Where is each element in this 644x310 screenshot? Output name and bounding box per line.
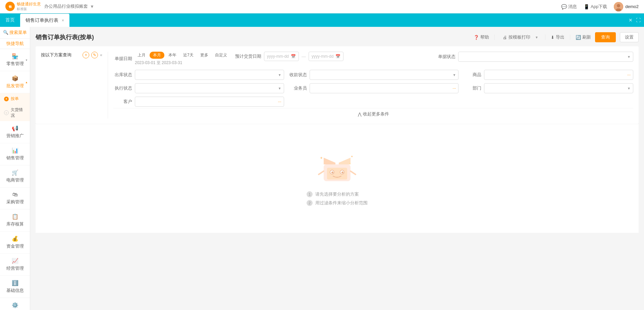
date-btn-custom[interactable]: 自定义: [212, 52, 230, 59]
empty-tip-1: 1 请先选择要分析的方案: [307, 191, 368, 197]
svg-text:✦: ✦: [349, 162, 351, 165]
help-label: 帮助: [480, 34, 489, 40]
sidebar: 🔍 搜索菜单 快捷导航 🏪 零售管理 📦 批发管理 ● 按单 ○ 欠货情况 📢: [0, 27, 30, 310]
sidebar-item-retail[interactable]: 🏪 零售管理: [0, 49, 30, 71]
doc-status-label: 单据状态: [437, 54, 455, 60]
page-actions: ❓ 帮助 🖨 按模板打印 ▼ ⬇ 导出: [474, 32, 639, 42]
tab-expand-btn[interactable]: ⛶: [636, 17, 641, 23]
edit-scheme-btn[interactable]: ✎: [91, 52, 98, 58]
customer-label: 客户: [113, 99, 132, 105]
refresh-btn[interactable]: 🔄 刷新: [576, 34, 591, 40]
calendar-start-icon: 📅: [291, 54, 296, 59]
date-btn-more[interactable]: 更多: [198, 52, 211, 59]
sidebar-item-inventory-label: 库存核算: [6, 221, 24, 227]
sidebar-quick-nav-label: 快捷导航: [6, 41, 24, 46]
customer-more-btn[interactable]: ···: [278, 99, 281, 104]
date-btn-7days[interactable]: 近7天: [180, 52, 196, 59]
salesman-more-btn[interactable]: ···: [452, 86, 456, 91]
filter-section-actions: + ✎ «: [83, 52, 102, 58]
message-btn[interactable]: 💬 消息: [561, 4, 577, 10]
goods-input[interactable]: [484, 70, 633, 80]
top-header: 畅 畅捷通好生意 标准版 办公用品行业模拟账套 ▼ 💬 消息 📱 App下载: [0, 0, 644, 13]
page-content: 销售订单执行表(按单) ❓ 帮助 🖨 按模板打印 ▼: [30, 27, 644, 238]
dept-select[interactable]: [484, 83, 633, 93]
marketing-icon: 📢: [12, 125, 18, 132]
operations-icon: 📈: [12, 258, 18, 264]
sidebar-item-operations[interactable]: 📈 经营管理: [0, 254, 30, 276]
expected-date-end-input[interactable]: yyyy-mm-dd 📅: [309, 52, 343, 61]
expected-date-start-input[interactable]: yyyy-mm-dd 📅: [264, 52, 299, 61]
sidebar-item-inventory[interactable]: 📋 库存核算: [0, 209, 30, 231]
tab-close-all-btn[interactable]: ✕: [629, 17, 633, 23]
payment-status-select[interactable]: [310, 70, 459, 80]
tab-sales-exec[interactable]: 销售订单执行表 ×: [20, 14, 69, 27]
collapse-up-icon: ⋀: [358, 112, 362, 117]
tab-close-icon[interactable]: ×: [62, 18, 64, 22]
date-btn-last-month[interactable]: 上月: [135, 52, 148, 59]
settings-btn[interactable]: 设置: [620, 32, 639, 42]
print-dropdown-btn[interactable]: ▼: [534, 34, 540, 41]
page-title: 销售订单执行表(按单): [36, 33, 94, 41]
user-area[interactable]: demo2: [614, 2, 639, 11]
divider2: [545, 35, 545, 40]
sidebar-quick-nav[interactable]: 快捷导航: [0, 39, 30, 49]
help-btn[interactable]: ❓ 帮助: [474, 34, 489, 40]
exec-status-select[interactable]: [135, 83, 284, 93]
doc-status-select[interactable]: [458, 52, 633, 62]
refresh-label: 刷新: [582, 34, 591, 40]
export-btn[interactable]: ⬇ 导出: [551, 34, 565, 40]
finance-icon: 💰: [12, 236, 18, 242]
sidebar-sub-item-欠货情况[interactable]: ○ 欠货情况: [0, 104, 30, 121]
customer-input[interactable]: [135, 97, 284, 107]
content-area: 销售订单执行表(按单) ❓ 帮助 🖨 按模板打印 ▼: [30, 27, 644, 310]
sidebar-item-marketing-label: 营销推广: [6, 133, 24, 139]
filter-left: 按以下方案查询 + ✎ «: [41, 52, 108, 118]
exec-status-field: 执行状态 ▼: [113, 83, 284, 93]
logo-area: 畅 畅捷通好生意 标准版: [5, 2, 41, 11]
sidebar-item-marketing[interactable]: 📢 营销推广: [0, 121, 30, 143]
retail-icon: 🏪: [12, 53, 18, 59]
app-download-btn[interactable]: 📱 App下载: [584, 4, 607, 10]
stock-status-field: 出库状态 ▼: [113, 70, 284, 80]
print-btn[interactable]: 🖨 按模板打印: [500, 33, 533, 42]
breadcrumb-dropdown-icon[interactable]: ▼: [90, 4, 94, 9]
sidebar-item-wholesale[interactable]: 📦 批发管理: [0, 71, 30, 93]
sidebar-item-wholesale-label: 批发管理: [6, 83, 24, 89]
date-btn-this-month[interactable]: 本月: [150, 52, 164, 59]
empty-tip-2-text: 用过滤条件来缩小分析范围: [315, 200, 368, 206]
tab-home[interactable]: 首页: [0, 13, 20, 27]
sidebar-item-basic[interactable]: ℹ️ 基础信息: [0, 276, 30, 298]
sidebar-item-purchase[interactable]: 🛍 采购管理: [0, 188, 30, 209]
search-btn[interactable]: 查询: [595, 32, 616, 42]
print-icon: 🖨: [503, 35, 507, 40]
refresh-icon: 🔄: [576, 35, 581, 40]
goods-label: 商品: [463, 72, 481, 78]
sub-gray-dot: ○: [4, 110, 9, 115]
logo-text-area: 畅捷通好生意 标准版: [17, 2, 41, 11]
collapse-label: 收起更多条件: [363, 111, 389, 117]
divider3: [570, 35, 570, 40]
sidebar-sub-item-按单[interactable]: ● 按单: [0, 93, 30, 104]
tab-bar-right: ✕ ⛶: [629, 17, 644, 23]
message-label: 消息: [568, 4, 577, 10]
goods-more-btn[interactable]: ···: [627, 72, 631, 77]
sales-icon: 📊: [12, 147, 18, 154]
svg-point-9: [331, 171, 333, 173]
payment-status-field: 收款状态 ▼: [288, 70, 459, 80]
filter-panel: 按以下方案查询 + ✎ « 单据日: [36, 46, 639, 124]
sidebar-search-label: 搜索菜单: [9, 30, 27, 35]
tip-num-1: 1: [307, 191, 313, 197]
sidebar-item-ecommerce[interactable]: 🛒 电商管理: [0, 165, 30, 188]
add-scheme-btn[interactable]: +: [83, 52, 89, 58]
sidebar-item-sales[interactable]: 📊 销售管理: [0, 143, 30, 165]
sidebar-item-system[interactable]: ⚙️ 系统管理: [0, 298, 30, 310]
avatar: [614, 2, 623, 11]
date-btn-this-year[interactable]: 本年: [166, 52, 179, 59]
sidebar-item-finance[interactable]: 💰 资金管理: [0, 231, 30, 254]
salesman-input[interactable]: [310, 83, 459, 93]
empty-illustration: ✦ ✦ ✦: [317, 151, 357, 185]
collapse-sidebar-btn[interactable]: «: [100, 53, 102, 57]
collapse-row[interactable]: ⋀ 收起更多条件: [113, 108, 633, 118]
sidebar-search[interactable]: 🔍 搜索菜单: [0, 27, 30, 39]
stock-status-select[interactable]: [135, 70, 284, 80]
